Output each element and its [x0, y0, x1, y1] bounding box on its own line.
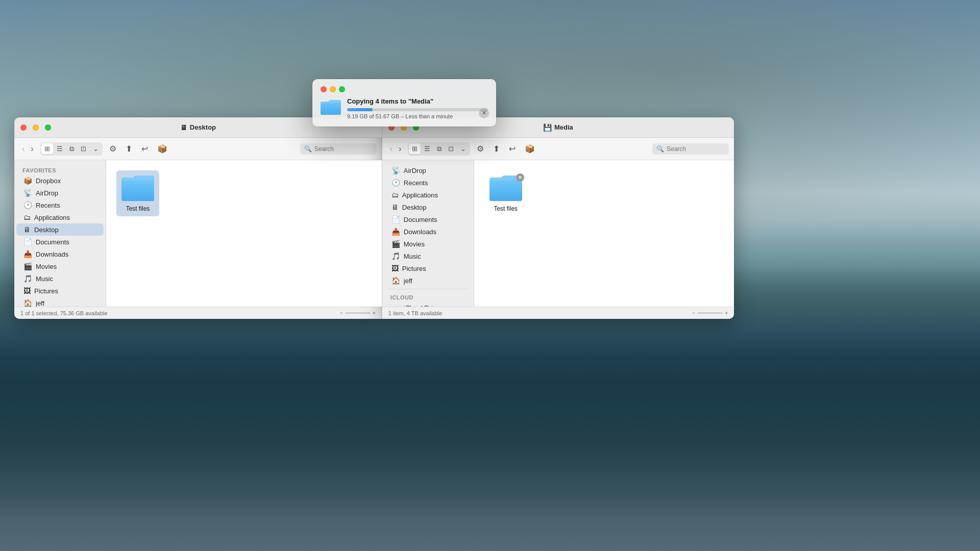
traffic-light-red[interactable] — [321, 86, 327, 92]
desktop-icon-right: 🖥 — [391, 203, 399, 211]
toolbar-right: ‹ › ⊞ ☰ ⧉ ⊡ ⌄ ⚙ ⬆ ↩ 📦 🔍 — [382, 138, 734, 160]
copy-folder-icon — [321, 98, 341, 115]
view-gallery-left[interactable]: ⊡ — [78, 143, 89, 154]
sidebar-item-dropbox-left[interactable]: 📦 Dropbox — [16, 174, 104, 187]
documents-icon-left: 📄 — [23, 238, 32, 246]
link-btn-left[interactable]: ↩ — [139, 142, 151, 155]
sidebar-item-movies-left[interactable]: 🎬 Movies — [16, 260, 104, 272]
tl-green-left[interactable] — [45, 124, 51, 131]
title-icon-right: 💾 — [543, 123, 552, 132]
view-sort-right[interactable]: ⌄ — [457, 143, 469, 154]
sidebar-label-recents-left: Recents — [36, 202, 60, 209]
folder-test-files-right[interactable]: ✕ Test files — [484, 170, 527, 216]
search-bar-left[interactable]: 🔍 — [300, 143, 377, 155]
sidebar-item-documents-left[interactable]: 📄 Documents — [16, 236, 104, 248]
view-column-right[interactable]: ⧉ — [434, 143, 445, 155]
documents-icon-right: 📄 — [391, 215, 400, 223]
view-icon-left[interactable]: ⊞ — [41, 143, 53, 154]
dropbox-btn-right[interactable]: 📦 — [522, 142, 537, 155]
svg-rect-3 — [121, 181, 154, 201]
sidebar-item-music-right[interactable]: 🎵 Music — [384, 250, 472, 262]
sidebar-label-applications-left: Applications — [34, 214, 70, 221]
view-list-right[interactable]: ☰ — [421, 143, 433, 154]
sidebar-item-pictures-right[interactable]: 🖼 Pictures — [384, 262, 472, 274]
back-button-left[interactable]: ‹ — [19, 143, 27, 155]
folder-icon-left — [120, 174, 155, 203]
sidebar-header-favorites-left: Favorites — [14, 164, 106, 174]
music-icon-left: 🎵 — [23, 274, 32, 283]
traffic-light-green[interactable] — [339, 86, 345, 92]
sidebar-label-downloads-left: Downloads — [36, 251, 68, 258]
copy-progress-fill — [347, 108, 373, 111]
sidebar-item-downloads-right[interactable]: 📥 Downloads — [384, 226, 472, 238]
recents-icon-left: 🕐 — [23, 201, 32, 209]
forward-button-left[interactable]: › — [28, 143, 36, 155]
copy-text-area: Copying 4 items to "Media" 9.19 GB of 51… — [347, 97, 488, 119]
sidebar-item-downloads-left[interactable]: 📥 Downloads — [16, 248, 104, 260]
svg-rect-5 — [489, 181, 522, 201]
sidebar-item-recents-left[interactable]: 🕐 Recents — [16, 199, 104, 211]
pictures-icon-right: 🖼 — [391, 264, 399, 272]
sidebar-item-icloud-right[interactable]: ☁️ iCloud Drive — [384, 302, 472, 307]
sidebar-item-jeff-left[interactable]: 🏠 jeff — [16, 297, 104, 307]
sidebar-item-airdrop-right[interactable]: 📡 AirDrop — [384, 164, 472, 177]
dropbox-icon-left: 📦 — [23, 177, 32, 185]
sidebar-item-airdrop-left[interactable]: 📡 AirDrop — [16, 187, 104, 199]
status-slider-left: − + — [340, 310, 376, 316]
sidebar-item-applications-left[interactable]: 🗂 Applications — [16, 211, 104, 223]
search-icon-left: 🔍 — [304, 145, 312, 153]
sidebar-item-recents-right[interactable]: 🕐 Recents — [384, 177, 472, 189]
tl-yellow-left[interactable] — [33, 124, 39, 131]
folder-test-files-left[interactable]: Test files — [116, 170, 159, 216]
window-title-left: 🖥 Desktop — [180, 123, 216, 132]
view-column-left[interactable]: ⧉ — [66, 143, 77, 155]
traffic-light-yellow[interactable] — [330, 86, 336, 92]
nav-buttons-right: ‹ › — [387, 143, 404, 155]
sidebar-item-jeff-right[interactable]: 🏠 jeff — [384, 274, 472, 287]
copy-progress-bar — [347, 108, 488, 111]
dropbox-btn-left[interactable]: 📦 — [155, 142, 170, 155]
sidebar-item-movies-right[interactable]: 🎬 Movies — [384, 238, 472, 250]
status-slider-right: − + — [692, 310, 728, 316]
search-input-left[interactable] — [314, 145, 373, 153]
view-sort-left[interactable]: ⌄ — [90, 143, 102, 154]
movies-icon-left: 🎬 — [23, 262, 32, 270]
settings-btn-right[interactable]: ⚙ — [474, 142, 486, 155]
share-btn-right[interactable]: ⬆ — [491, 142, 502, 155]
sidebar-label-airdrop-right: AirDrop — [404, 167, 426, 174]
view-gallery-right[interactable]: ⊡ — [445, 143, 457, 154]
sidebar-label-documents-right: Documents — [404, 216, 437, 223]
back-button-right[interactable]: ‹ — [387, 143, 395, 155]
status-bar-left: 1 of 1 selected, 75.36 GB available − + — [14, 307, 382, 319]
sidebar-item-music-left[interactable]: 🎵 Music — [16, 272, 104, 285]
search-bar-right[interactable]: 🔍 — [652, 143, 729, 155]
zoom-out-icon-left: − — [340, 310, 343, 316]
settings-btn-left[interactable]: ⚙ — [107, 142, 119, 155]
search-icon-right: 🔍 — [656, 145, 664, 153]
copy-close-button[interactable]: ✕ — [479, 108, 489, 118]
sidebar-label-documents-left: Documents — [36, 238, 69, 246]
view-list-left[interactable]: ☰ — [54, 143, 66, 154]
share-btn-left[interactable]: ⬆ — [123, 142, 135, 155]
window-title-text-left: Desktop — [190, 123, 216, 131]
sidebar-item-desktop-left[interactable]: 🖥 Desktop — [16, 223, 104, 236]
folder-label-right: Test files — [494, 205, 518, 212]
sidebar-item-applications-right[interactable]: 🗂 Applications — [384, 189, 472, 201]
sidebar-item-documents-right[interactable]: 📄 Documents — [384, 213, 472, 226]
downloads-icon-left: 📥 — [23, 250, 32, 258]
content-area-right[interactable]: ✕ Test files — [474, 160, 734, 307]
copy-dialog-title: Copying 4 items to "Media" — [347, 97, 488, 105]
link-btn-right[interactable]: ↩ — [506, 142, 518, 155]
sidebar-divider-icloud-right — [387, 289, 469, 289]
sidebar-item-pictures-left[interactable]: 🖼 Pictures — [16, 285, 104, 297]
content-area-left[interactable]: Test files — [106, 160, 382, 307]
toolbar-left: ‹ › ⊞ ☰ ⧉ ⊡ ⌄ ⚙ ⬆ ↩ 📦 🔍 — [14, 138, 382, 160]
forward-button-right[interactable]: › — [396, 143, 404, 155]
view-icon-right[interactable]: ⊞ — [409, 143, 421, 154]
sidebar-label-recents-right: Recents — [404, 179, 428, 187]
tl-red-left[interactable] — [20, 124, 27, 131]
search-input-right[interactable] — [667, 145, 725, 153]
sidebar-label-pictures-left: Pictures — [34, 287, 58, 295]
svg-rect-1 — [321, 102, 341, 115]
sidebar-item-desktop-right[interactable]: 🖥 Desktop — [384, 201, 472, 213]
